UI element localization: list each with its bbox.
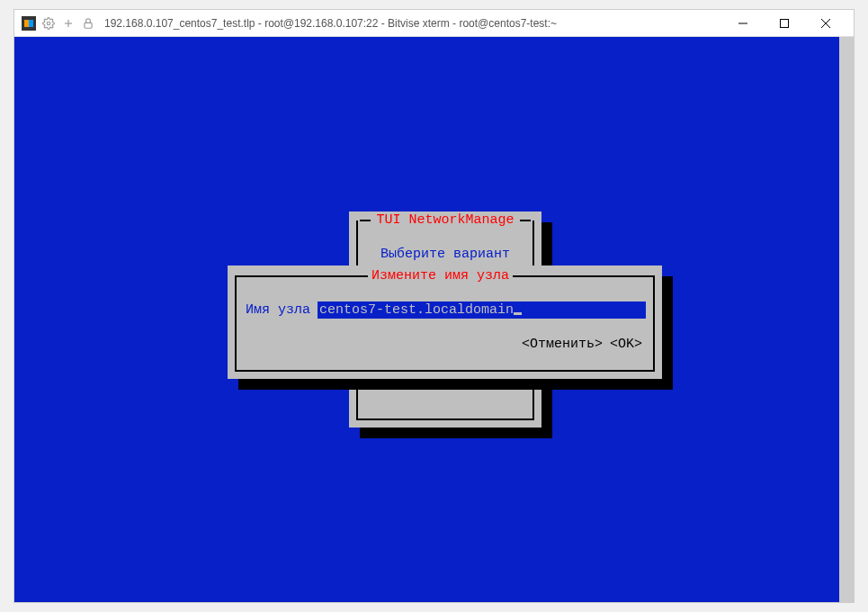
back-dialog-title: TUI NetworkManage <box>372 212 517 229</box>
ok-button[interactable]: <OK> <box>610 336 642 353</box>
window-title: 192.168.0.107_centos7_test.tlp - root@19… <box>104 17 722 30</box>
svg-rect-3 <box>85 22 92 28</box>
minimize-button[interactable] <box>722 11 764 36</box>
close-button[interactable] <box>805 11 846 36</box>
back-frame-bottom <box>356 418 534 420</box>
back-frame-top: TUI NetworkManage <box>349 212 541 229</box>
plus-icon[interactable] <box>61 16 76 31</box>
front-frame-top: Измените имя узла <box>235 267 655 284</box>
front-frame-left <box>235 275 237 370</box>
front-frame-right <box>653 275 655 370</box>
app-icon <box>22 16 36 31</box>
lock-icon[interactable] <box>81 16 95 31</box>
titlebar[interactable]: 192.168.0.107_centos7_test.tlp - root@19… <box>14 10 854 37</box>
app-window: 192.168.0.107_centos7_test.tlp - root@19… <box>13 9 855 603</box>
gear-icon[interactable] <box>41 16 56 31</box>
cancel-button[interactable]: <Отменить> <box>522 336 603 353</box>
hostname-row: Имя узла centos7-test.localdomain <box>246 302 646 319</box>
hostname-dialog: Измените имя узла Имя узла centos7-test.… <box>228 266 662 379</box>
front-frame-bottom <box>235 370 655 372</box>
terminal-area[interactable]: TUI NetworkManage Выберите вариант Измен… <box>14 37 854 602</box>
hostname-input-value: centos7-test.localdomain <box>319 302 514 318</box>
text-cursor <box>514 312 522 315</box>
hostname-dialog-title: Измените имя узла <box>368 267 513 284</box>
scrollbar-track[interactable] <box>839 37 854 602</box>
back-dialog-prompt: Выберите вариант <box>349 246 541 263</box>
hostname-label: Имя узла <box>246 302 310 319</box>
svg-point-0 <box>47 22 50 25</box>
dialog-buttons: <Отменить> <OK> <box>522 336 642 353</box>
svg-rect-5 <box>781 19 789 27</box>
titlebar-left-icons <box>22 16 95 31</box>
hostname-input[interactable]: centos7-test.localdomain <box>318 302 646 319</box>
window-controls <box>722 11 846 36</box>
hostname-dialog-body: Измените имя узла Имя узла centos7-test.… <box>228 266 662 379</box>
scrollbar-thumb[interactable] <box>839 37 854 602</box>
maximize-button[interactable] <box>764 11 805 36</box>
